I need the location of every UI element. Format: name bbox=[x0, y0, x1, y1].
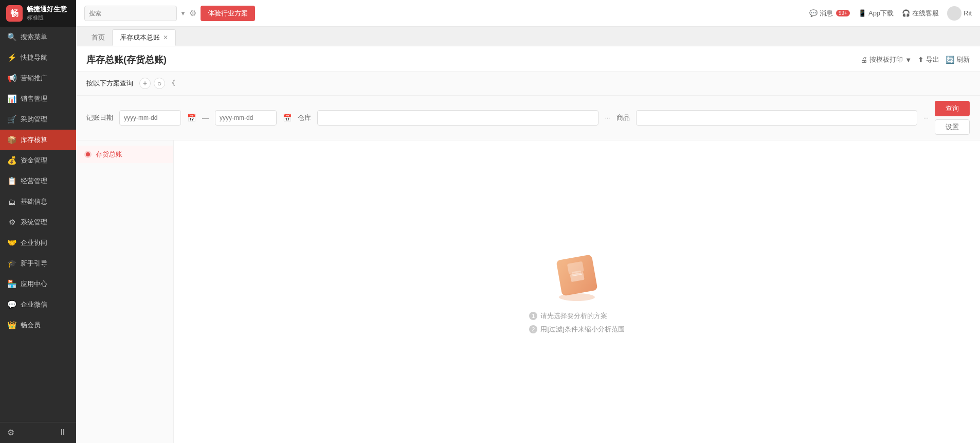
sidebar-item-search-menu[interactable]: 🔍 搜索菜单 bbox=[0, 27, 76, 47]
sidebar-item-enterprise[interactable]: 🤝 企业协同 bbox=[0, 233, 76, 253]
product-field-label: 商品 bbox=[616, 113, 630, 122]
export-button[interactable]: ⬆ 导出 bbox=[918, 55, 939, 64]
hint-number-2: 2 bbox=[529, 325, 537, 333]
sidebar-item-purchase[interactable]: 🛒 采购管理 bbox=[0, 109, 76, 130]
sidebar-item-basics[interactable]: 🗂 基础信息 bbox=[0, 191, 76, 212]
date-to-input[interactable] bbox=[215, 110, 277, 126]
basics-icon: 🗂 bbox=[7, 197, 16, 206]
hint-number-1: 1 bbox=[529, 312, 537, 320]
warehouse-field-label: 仓库 bbox=[298, 113, 311, 122]
sidebar-item-label: 搜索菜单 bbox=[21, 32, 47, 42]
user-avatar bbox=[947, 6, 961, 21]
middle-layout: 存货总账 1 bbox=[76, 140, 980, 443]
warehouse-more-icon[interactable]: ··· bbox=[605, 114, 610, 121]
filter-label: 按以下方案查询 bbox=[86, 79, 133, 88]
operations-icon: 📋 bbox=[7, 176, 16, 186]
filter-actions: ＋ ○ 《 bbox=[139, 78, 175, 89]
export-label: 导出 bbox=[926, 55, 939, 64]
sidebar-item-label: 销售管理 bbox=[21, 94, 47, 103]
export-icon: ⬆ bbox=[918, 56, 924, 64]
query-button[interactable]: 查询 bbox=[935, 101, 970, 116]
marketing-icon: 📢 bbox=[7, 74, 16, 83]
edition-label: 标准版 bbox=[27, 14, 67, 21]
warehouse-input[interactable] bbox=[317, 110, 598, 126]
topbar-left: ▼ ⚙ 体验行业方案 bbox=[84, 6, 255, 21]
sidebar-item-inventory[interactable]: 📦 库存核算 bbox=[0, 130, 76, 150]
sidebar-item-label: 资金管理 bbox=[21, 156, 47, 165]
sidebar-item-label: 畅会员 bbox=[21, 321, 41, 330]
user-avatar-item[interactable]: Rit bbox=[947, 6, 972, 21]
page-header: 库存总账(存货总账) 🖨 按模板打印 ▼ ⬆ 导出 🔄 刷新 bbox=[76, 46, 980, 72]
scheme-item-label: 存货总账 bbox=[96, 150, 122, 159]
system-icon: ⚙ bbox=[7, 218, 16, 227]
collapse-sidebar-icon[interactable]: ⏸ bbox=[59, 428, 69, 438]
sidebar-item-label: 库存核算 bbox=[21, 135, 47, 145]
sidebar-item-sales[interactable]: 📊 销售管理 bbox=[0, 88, 76, 109]
app-center-icon: 🏪 bbox=[7, 279, 16, 289]
online-support-item[interactable]: 🎧 在线客服 bbox=[902, 9, 939, 18]
tab-home[interactable]: 首页 bbox=[84, 29, 112, 46]
sidebar-item-newbie[interactable]: 🎓 新手引导 bbox=[0, 253, 76, 274]
topbar-gear-icon[interactable]: ⚙ bbox=[189, 8, 196, 18]
member-icon: 👑 bbox=[7, 321, 16, 330]
date-from-input[interactable] bbox=[119, 110, 181, 126]
headset-icon: 🎧 bbox=[902, 9, 910, 17]
sidebar-item-label: 企业微信 bbox=[21, 300, 47, 309]
industry-solution-button[interactable]: 体验行业方案 bbox=[201, 6, 255, 21]
sidebar-item-marketing[interactable]: 📢 营销推广 bbox=[0, 68, 76, 88]
app-download-item[interactable]: 📱 App下载 bbox=[858, 9, 894, 18]
sidebar-item-operations[interactable]: 📋 经营管理 bbox=[0, 171, 76, 191]
settings-button[interactable]: 设置 bbox=[935, 119, 970, 135]
tab-inventory-cost-label: 库存成本总账 bbox=[120, 33, 160, 42]
svg-point-1 bbox=[86, 152, 90, 156]
data-area: 1 请先选择要分析的方案 2 用[过滤]条件来缩小分析范围 bbox=[174, 140, 980, 443]
topbar-search-area: ▼ ⚙ bbox=[84, 6, 196, 21]
sidebar-item-app-center[interactable]: 🏪 应用中心 bbox=[0, 274, 76, 294]
messages-badge: 99+ bbox=[836, 10, 850, 16]
messages-label: 消息 bbox=[820, 9, 833, 18]
sidebar-nav: 🔍 搜索菜单 ⚡ 快捷导航 📢 营销推广 📊 销售管理 🛒 采购管理 📦 库存核… bbox=[0, 27, 76, 422]
purchase-icon: 🛒 bbox=[7, 115, 16, 124]
filter-add-button[interactable]: ＋ bbox=[139, 78, 151, 89]
filter-fields: 记账日期 📅 — 📅 仓库 ··· 商品 ··· 查询 设置 bbox=[76, 96, 980, 140]
message-icon: 💬 bbox=[809, 9, 818, 17]
calendar-to-icon[interactable]: 📅 bbox=[283, 114, 292, 122]
brand-logo-icon: 畅 bbox=[6, 5, 23, 22]
calendar-from-icon[interactable]: 📅 bbox=[187, 114, 196, 122]
topbar-search-input[interactable] bbox=[84, 6, 177, 21]
topbar: ▼ ⚙ 体验行业方案 💬 消息 99+ 📱 App下载 🎧 在线客服 Rit bbox=[76, 0, 980, 27]
filter-remove-button[interactable]: ○ bbox=[154, 78, 165, 89]
sidebar-item-label: 应用中心 bbox=[21, 279, 47, 289]
refresh-label: 刷新 bbox=[956, 55, 970, 64]
sidebar-item-system[interactable]: ⚙ 系统管理 bbox=[0, 212, 76, 233]
refresh-button[interactable]: 🔄 刷新 bbox=[946, 55, 970, 64]
topbar-dropdown-arrow[interactable]: ▼ bbox=[180, 10, 186, 17]
print-button[interactable]: 🖨 按模板打印 ▼ bbox=[860, 55, 912, 64]
sidebar-item-wechat[interactable]: 💬 企业微信 bbox=[0, 294, 76, 315]
refresh-icon: 🔄 bbox=[946, 56, 954, 64]
scheme-item-inventory-ledger[interactable]: 存货总账 bbox=[76, 146, 173, 163]
sidebar-item-label: 快捷导航 bbox=[21, 53, 47, 62]
settings-gear-icon[interactable]: ⚙ bbox=[7, 428, 17, 438]
page-header-actions: 🖨 按模板打印 ▼ ⬆ 导出 🔄 刷新 bbox=[860, 55, 970, 64]
sidebar-item-label: 系统管理 bbox=[21, 218, 47, 227]
product-input[interactable] bbox=[636, 110, 917, 126]
tab-inventory-cost[interactable]: 库存成本总账 ✕ bbox=[112, 29, 176, 46]
quick-nav-icon: ⚡ bbox=[7, 53, 16, 62]
finance-icon: 💰 bbox=[7, 156, 16, 165]
sidebar-item-finance[interactable]: 💰 资金管理 bbox=[0, 150, 76, 171]
sidebar-item-member[interactable]: 👑 畅会员 bbox=[0, 315, 76, 335]
newbie-icon: 🎓 bbox=[7, 259, 16, 268]
sidebar-item-label: 企业协同 bbox=[21, 238, 47, 247]
product-more-icon[interactable]: ··· bbox=[923, 114, 929, 121]
sidebar-item-quick-nav[interactable]: ⚡ 快捷导航 bbox=[0, 47, 76, 68]
tab-home-label: 首页 bbox=[92, 33, 105, 42]
empty-box-graphic bbox=[556, 254, 597, 296]
phone-icon: 📱 bbox=[858, 9, 866, 17]
tab-close-icon[interactable]: ✕ bbox=[163, 34, 168, 41]
filter-collapse-button[interactable]: 《 bbox=[168, 79, 175, 88]
filter-bar: 按以下方案查询 ＋ ○ 《 bbox=[76, 72, 980, 96]
date-field-label: 记账日期 bbox=[86, 113, 113, 122]
tabbar: 首页 库存成本总账 ✕ bbox=[76, 27, 980, 46]
messages-item[interactable]: 💬 消息 99+ bbox=[809, 9, 850, 18]
